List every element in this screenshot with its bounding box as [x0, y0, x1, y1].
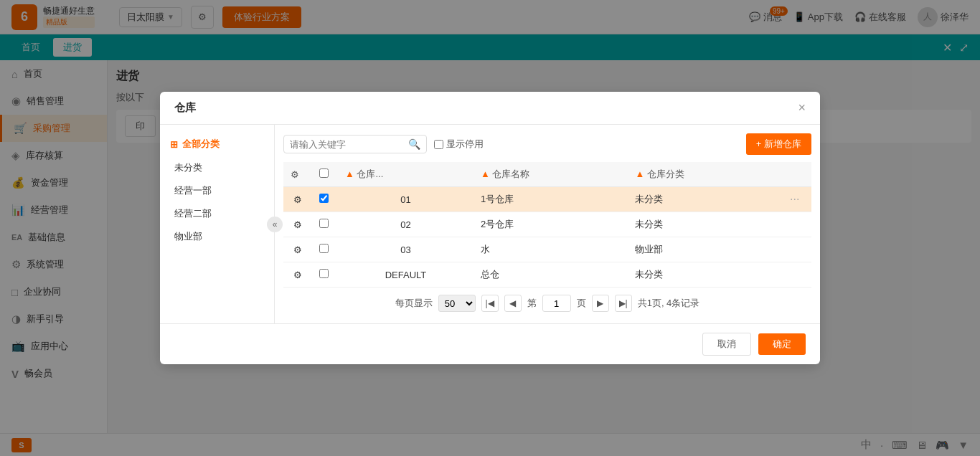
more-button[interactable]: ··· — [790, 193, 799, 205]
category-ops2[interactable]: 经营二部 — [160, 202, 274, 225]
search-input[interactable] — [290, 139, 408, 150]
collapse-button[interactable]: « — [267, 217, 283, 232]
table-row[interactable]: ⚙ DEFAULT 总仓 未分类 — [283, 262, 811, 288]
select-all-checkbox[interactable] — [319, 168, 329, 178]
last-page-button[interactable]: ▶| — [615, 295, 632, 312]
row-gear: ⚙ — [283, 262, 312, 288]
col-gear: ⚙ — [283, 162, 312, 187]
grid-icon: ⊞ — [170, 139, 178, 150]
row-checkbox-cell — [312, 262, 338, 288]
category-ops1[interactable]: 经营一部 — [160, 179, 274, 202]
table-toolbar: 🔍 显示停用 + 新增仓库 — [283, 133, 811, 155]
next-page-button[interactable]: ▶ — [592, 295, 609, 312]
row-name: 总仓 — [473, 262, 628, 288]
row-name: 水 — [473, 237, 628, 262]
row-action — [783, 262, 811, 288]
table-header-row: ⚙ ▲ 仓库... ▲ 仓库名称 ▲ 仓库分类 — [283, 162, 811, 187]
row-action — [783, 237, 811, 262]
row-checkbox-cell — [312, 237, 338, 262]
row-action: ··· — [783, 187, 811, 212]
prev-page-button[interactable]: ◀ — [504, 295, 522, 312]
row-code: 02 — [338, 212, 473, 237]
show-disabled-label: 显示停用 — [434, 138, 484, 151]
page-number-input[interactable] — [542, 295, 571, 312]
modal-body: ⊞ 全部分类 未分类 经营一部 经营二部 物业部 « 🔍 — [160, 125, 820, 323]
category-uncategorized[interactable]: 未分类 — [160, 156, 274, 179]
row-checkbox[interactable] — [319, 269, 329, 278]
sort-icon-name: ▲ — [481, 168, 490, 179]
table-panel: 🔍 显示停用 + 新增仓库 ⚙ ▲ — [275, 125, 820, 323]
row-category: 未分类 — [628, 212, 783, 237]
show-disabled-text: 显示停用 — [446, 138, 484, 151]
row-checkbox-cell — [312, 212, 338, 237]
row-checkbox-cell — [312, 187, 338, 212]
pagination-bar: 每页显示 50 100 200 |◀ ◀ 第 页 ▶ ▶| 共1页, 4条记录 — [283, 288, 811, 315]
row-gear: ⚙ — [283, 187, 312, 212]
row-code: 01 — [338, 187, 473, 212]
col-code-header[interactable]: ▲ 仓库... — [338, 162, 473, 187]
row-category: 物业部 — [628, 237, 783, 262]
show-disabled-checkbox[interactable] — [434, 140, 443, 149]
category-property[interactable]: 物业部 — [160, 225, 274, 248]
search-icon: 🔍 — [408, 138, 420, 150]
row-checkbox[interactable] — [319, 194, 329, 203]
table-row[interactable]: ⚙ 01 1号仓库 未分类 ··· — [283, 187, 811, 212]
row-checkbox[interactable] — [319, 219, 329, 228]
total-info: 共1页, 4条记录 — [638, 297, 700, 310]
col-name-header[interactable]: ▲ 仓库名称 — [473, 162, 628, 187]
sort-icon-code: ▲ — [345, 168, 354, 179]
row-name: 1号仓库 — [473, 187, 628, 212]
row-name: 2号仓库 — [473, 212, 628, 237]
row-checkbox[interactable] — [319, 244, 329, 253]
modal-overlay: 仓库 × ⊞ 全部分类 未分类 经营一部 经营二部 物业部 « — [0, 0, 980, 456]
sort-icon-category: ▲ — [635, 168, 644, 179]
modal-footer: 取消 确定 — [160, 323, 820, 364]
warehouse-modal: 仓库 × ⊞ 全部分类 未分类 经营一部 经营二部 物业部 « — [160, 92, 820, 364]
page-label: 第 — [527, 297, 537, 310]
col-category-header[interactable]: ▲ 仓库分类 — [628, 162, 783, 187]
row-code: DEFAULT — [338, 262, 473, 288]
all-category-label: 全部分类 — [182, 138, 220, 151]
first-page-button[interactable]: |◀ — [481, 295, 499, 312]
warehouse-table: ⚙ ▲ 仓库... ▲ 仓库名称 ▲ 仓库分类 — [283, 162, 811, 288]
row-category: 未分类 — [628, 187, 783, 212]
table-row[interactable]: ⚙ 02 2号仓库 未分类 — [283, 212, 811, 237]
add-warehouse-button[interactable]: + 新增仓库 — [746, 133, 811, 155]
all-category-item[interactable]: ⊞ 全部分类 — [160, 132, 274, 156]
row-action — [783, 212, 811, 237]
confirm-button[interactable]: 确定 — [758, 333, 806, 355]
page-unit: 页 — [577, 297, 586, 310]
search-box: 🔍 — [283, 135, 427, 153]
row-code: 03 — [338, 237, 473, 262]
per-page-select[interactable]: 50 100 200 — [438, 295, 476, 312]
col-action — [783, 162, 811, 187]
col-checkbox — [312, 162, 338, 187]
cancel-button[interactable]: 取消 — [702, 333, 751, 356]
table-row[interactable]: ⚙ 03 水 物业部 — [283, 237, 811, 262]
row-gear: ⚙ — [283, 212, 312, 237]
per-page-label: 每页显示 — [395, 297, 433, 310]
category-panel: ⊞ 全部分类 未分类 经营一部 经营二部 物业部 « — [160, 125, 275, 323]
modal-close-button[interactable]: × — [798, 100, 806, 115]
row-gear: ⚙ — [283, 237, 312, 262]
row-category: 未分类 — [628, 262, 783, 288]
modal-title: 仓库 — [174, 101, 196, 115]
modal-header: 仓库 × — [160, 92, 820, 125]
